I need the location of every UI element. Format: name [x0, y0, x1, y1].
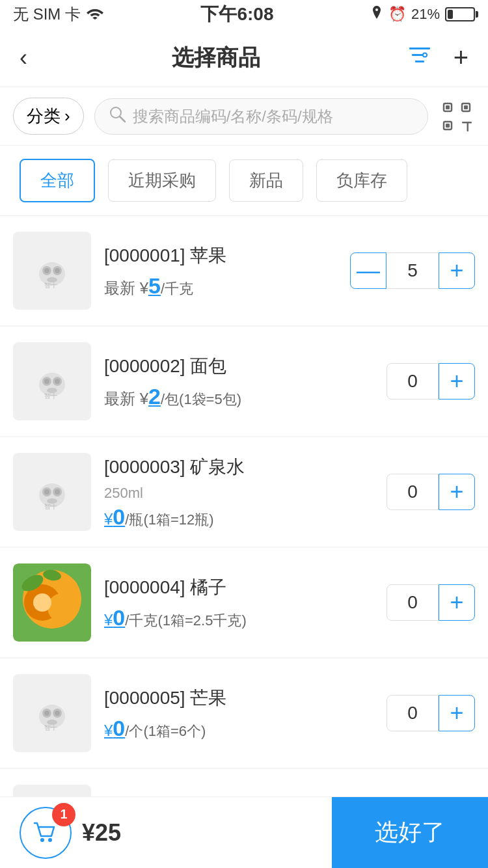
product-info: [0000004] 橘子 ¥0/千克(1箱=2.5千克) — [91, 575, 386, 631]
tab-negative-stock[interactable]: 负库存 — [316, 159, 407, 202]
plus-button[interactable]: + — [439, 695, 475, 731]
product-info: [0000001] 苹果 最新 ¥5/千克 — [91, 243, 350, 299]
svg-line-5 — [120, 116, 125, 122]
quantity-control: — + — [350, 252, 475, 289]
plus-button[interactable]: + — [439, 474, 475, 510]
product-price: 最新 ¥5/千克 — [104, 273, 337, 299]
svg-text:智十: 智十 — [44, 724, 57, 731]
page-title: 选择商品 — [172, 43, 260, 73]
tab-all[interactable]: 全部 — [20, 159, 95, 202]
product-info: [0000005] 芒果 ¥0/个(1箱=6个) — [91, 686, 386, 741]
svg-point-63 — [40, 838, 44, 842]
search-box[interactable]: 搜索商品编码/名称/条码/规格 — [94, 98, 428, 135]
product-price: ¥0/千克(1箱=2.5千克) — [104, 605, 373, 631]
svg-point-40 — [33, 593, 51, 612]
svg-rect-0 — [409, 47, 430, 49]
product-image: 智十 — [13, 453, 91, 531]
search-icon — [108, 105, 126, 128]
product-image-orange — [13, 563, 91, 642]
svg-point-41 — [59, 578, 78, 598]
alarm-icon: ⏰ — [388, 6, 406, 23]
bottom-bar: 1 ¥25 选好了 — [0, 796, 488, 868]
product-name: [0000004] 橘子 — [104, 575, 373, 600]
product-image: 智十 — [13, 342, 91, 420]
plus-button[interactable]: + — [439, 363, 475, 400]
product-price: ¥0/个(1箱=6个) — [104, 716, 373, 741]
svg-text:智十: 智十 — [44, 503, 57, 510]
product-price: ¥0/瓶(1箱=12瓶) — [104, 504, 373, 530]
svg-point-31 — [44, 489, 49, 495]
cart-button[interactable]: 1 — [20, 807, 72, 859]
tab-new[interactable]: 新品 — [229, 159, 303, 202]
svg-point-64 — [48, 838, 52, 842]
product-price: 最新 ¥2/包(1袋=5包) — [104, 384, 373, 409]
svg-rect-9 — [446, 105, 450, 109]
carrier-text: 无 SIM 卡 — [13, 4, 81, 25]
svg-point-39 — [47, 593, 76, 622]
quantity-control: 0 + — [386, 474, 475, 510]
quantity-control: 0 + — [386, 363, 475, 400]
location-icon — [370, 6, 383, 23]
scan-button[interactable] — [439, 98, 475, 135]
quantity-display: 0 — [386, 474, 439, 510]
svg-point-18 — [55, 268, 60, 273]
quantity-display: 0 — [386, 363, 439, 400]
cart-badge: 1 — [52, 803, 75, 826]
svg-point-48 — [55, 711, 60, 716]
tab-recent[interactable]: 近期采购 — [108, 159, 216, 202]
status-bar: 无 SIM 卡 下午6:08 ⏰ 21% — [0, 0, 488, 29]
quantity-input[interactable] — [386, 252, 439, 289]
product-item: 智十 [0000001] 苹果 最新 ¥5/千克 — + — [0, 216, 488, 325]
back-button[interactable]: ‹ — [20, 44, 27, 72]
svg-point-3 — [423, 53, 427, 57]
battery-icon — [445, 7, 475, 21]
category-button[interactable]: 分类 › — [13, 98, 84, 135]
quantity-control: 0 + — [386, 695, 475, 731]
product-info: [0000003] 矿泉水 250ml ¥0/瓶(1箱=12瓶) — [91, 455, 386, 530]
product-list: 智十 [0000001] 苹果 最新 ¥5/千克 — + — [0, 216, 488, 868]
product-name: [0000005] 芒果 — [104, 686, 373, 711]
plus-button[interactable]: + — [439, 252, 475, 289]
filter-bar: 分类 › 搜索商品编码/名称/条码/规格 — [0, 87, 488, 146]
search-placeholder: 搜索商品编码/名称/条码/规格 — [133, 106, 333, 127]
product-name: [0000002] 面包 — [104, 354, 373, 379]
svg-text:智十: 智十 — [44, 392, 57, 400]
svg-point-25 — [55, 379, 60, 384]
svg-point-17 — [44, 268, 49, 273]
category-label: 分类 — [27, 105, 61, 128]
quantity-control: 0 + — [386, 584, 475, 621]
minus-button[interactable]: — — [350, 252, 386, 289]
wifi-icon — [86, 5, 104, 23]
filter-icon[interactable] — [405, 41, 434, 74]
svg-rect-11 — [446, 124, 450, 128]
cart-total: ¥25 — [82, 819, 121, 847]
product-info: [0000002] 面包 最新 ¥2/包(1袋=5包) — [91, 354, 386, 409]
tab-bar: 全部 近期采购 新品 负库存 — [0, 146, 488, 216]
svg-point-24 — [44, 379, 49, 384]
svg-rect-10 — [464, 105, 468, 109]
nav-bar: ‹ 选择商品 + — [0, 29, 488, 87]
nav-actions: + — [405, 41, 468, 74]
product-spec: 250ml — [104, 485, 373, 502]
owl-logo: 智十 — [33, 472, 72, 511]
svg-point-32 — [55, 489, 60, 495]
svg-text:智十: 智十 — [44, 282, 57, 289]
cart-section: 1 ¥25 — [0, 807, 332, 859]
owl-logo: 智十 — [33, 694, 72, 733]
confirm-button[interactable]: 选好了 — [332, 797, 488, 869]
plus-button[interactable]: + — [439, 584, 475, 621]
status-time: 下午6:08 — [200, 2, 273, 27]
product-item: 智十 [0000005] 芒果 ¥0/个(1箱=6个) 0 + — [0, 658, 488, 768]
product-item: 智十 [0000003] 矿泉水 250ml ¥0/瓶(1箱=12瓶) 0 + — [0, 437, 488, 547]
status-left: 无 SIM 卡 — [13, 4, 104, 25]
battery-percent: 21% — [411, 6, 440, 23]
product-item: [0000004] 橘子 ¥0/千克(1箱=2.5千克) 0 + — [0, 548, 488, 657]
add-button[interactable]: + — [454, 43, 468, 72]
product-image: 智十 — [13, 674, 91, 752]
product-name: [0000001] 苹果 — [104, 243, 337, 268]
quantity-display: 0 — [386, 584, 439, 621]
owl-logo: 智十 — [33, 362, 72, 401]
product-item: 智十 [0000002] 面包 最新 ¥2/包(1袋=5包) 0 + — [0, 327, 488, 436]
product-image: 智十 — [13, 232, 91, 310]
product-name: [0000003] 矿泉水 — [104, 455, 373, 480]
